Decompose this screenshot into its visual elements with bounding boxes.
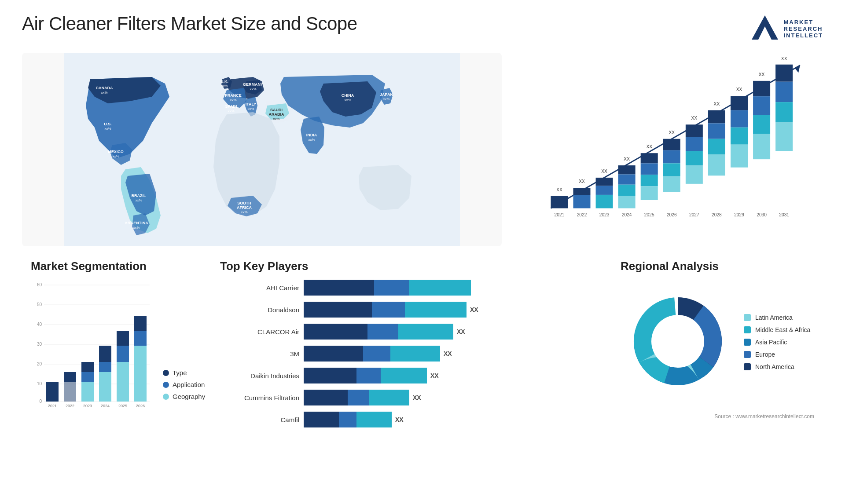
svg-rect-74 <box>708 139 725 154</box>
player-bar-ahi <box>304 280 590 296</box>
dot-middle-east <box>744 326 751 333</box>
svg-rect-93 <box>775 123 793 151</box>
svg-point-131 <box>651 315 704 368</box>
segmentation-chart: 60 50 40 30 20 10 0 <box>31 280 189 413</box>
label-middle-east: Middle East & Africa <box>755 326 810 333</box>
world-map-container: CANADA xx% U.S. xx% MEXICO xx% BRAZIL xx… <box>22 53 502 246</box>
svg-rect-92 <box>775 102 793 122</box>
svg-text:10: 10 <box>37 381 42 386</box>
svg-text:FRANCE: FRANCE <box>225 93 242 98</box>
legend-geography: Geography <box>163 393 205 400</box>
logo-text: MARKET RESEARCH INTELLECT <box>784 19 823 39</box>
svg-rect-75 <box>708 154 725 175</box>
svg-rect-120 <box>99 362 111 372</box>
player-bar-3m: XX <box>304 346 590 362</box>
seg-svg-wrap: 60 50 40 30 20 10 0 <box>31 280 154 413</box>
donut-svg <box>621 280 735 403</box>
svg-text:2023: 2023 <box>599 212 610 217</box>
player-xx-3m: XX <box>444 350 452 357</box>
svg-rect-40 <box>573 195 591 208</box>
segmentation-title: Market Segmentation <box>31 259 189 273</box>
svg-text:xx%: xx% <box>241 210 247 214</box>
svg-rect-117 <box>81 382 94 402</box>
svg-text:2025: 2025 <box>118 404 127 408</box>
regional-title: Regional Analysis <box>621 259 814 273</box>
player-name-donaldson: Donaldson <box>220 306 299 314</box>
svg-rect-112 <box>64 372 76 382</box>
svg-text:CHINA: CHINA <box>342 93 354 98</box>
svg-rect-72 <box>708 110 725 124</box>
svg-text:U.K.: U.K. <box>220 79 228 84</box>
svg-text:2021: 2021 <box>48 404 57 408</box>
player-row-3m: 3M XX <box>220 346 590 362</box>
player-name-ahi: AHI Carrier <box>220 284 299 292</box>
player-bar-clarcor: XX <box>304 324 590 340</box>
player-name-camfil: Camfil <box>220 416 299 424</box>
bottom-section: Market Segmentation 60 50 40 30 20 10 0 <box>22 255 823 484</box>
svg-rect-113 <box>64 382 76 402</box>
svg-text:xx%: xx% <box>344 98 351 102</box>
svg-rect-43 <box>596 178 613 186</box>
player-name-clarcor: CLARCOR Air <box>220 328 299 336</box>
player-row-clarcor: CLARCOR Air XX <box>220 324 590 340</box>
svg-rect-51 <box>618 196 636 208</box>
player-row-ahi: AHI Carrier <box>220 280 590 296</box>
svg-text:xx%: xx% <box>101 91 107 95</box>
legend-europe: Europe <box>744 351 810 358</box>
svg-text:XX: XX <box>669 130 675 135</box>
svg-text:GERMANY: GERMANY <box>243 82 263 87</box>
svg-text:2029: 2029 <box>734 212 744 217</box>
svg-text:XX: XX <box>759 72 765 77</box>
top-section: CANADA xx% U.S. xx% MEXICO xx% BRAZIL xx… <box>22 53 823 246</box>
segmentation-panel: Market Segmentation 60 50 40 30 20 10 0 <box>22 255 198 484</box>
donut-chart-wrap <box>621 280 735 405</box>
svg-rect-80 <box>731 128 748 145</box>
svg-rect-36 <box>551 196 568 208</box>
svg-rect-69 <box>686 165 703 184</box>
svg-rect-84 <box>753 81 770 96</box>
svg-rect-87 <box>753 134 770 160</box>
legend-dot-application <box>163 382 169 388</box>
svg-rect-54 <box>641 153 658 163</box>
svg-text:xx%: xx% <box>247 107 254 111</box>
svg-text:ARGENTINA: ARGENTINA <box>125 221 148 225</box>
svg-text:MEXICO: MEXICO <box>108 150 124 154</box>
legend-latin-america: Latin America <box>744 314 810 321</box>
player-row-cummins: Cummins Filtration XX <box>220 390 590 405</box>
svg-rect-85 <box>753 96 770 115</box>
svg-rect-48 <box>618 165 636 174</box>
player-xx-cummins: XX <box>413 394 421 401</box>
dot-north-america <box>744 363 751 370</box>
legend-middle-east: Middle East & Africa <box>744 326 810 333</box>
legend-dot-geography <box>163 394 169 400</box>
svg-rect-45 <box>596 195 613 208</box>
svg-rect-44 <box>596 186 613 195</box>
svg-text:2031: 2031 <box>779 212 789 217</box>
svg-text:2025: 2025 <box>644 212 654 217</box>
svg-rect-73 <box>708 123 725 139</box>
svg-text:SAUDI: SAUDI <box>270 108 283 112</box>
svg-rect-86 <box>753 115 770 134</box>
dot-asia-pacific <box>744 339 751 346</box>
svg-rect-56 <box>641 175 658 186</box>
svg-rect-81 <box>731 145 748 168</box>
svg-text:30: 30 <box>37 342 42 347</box>
player-bar-camfil: XX <box>304 412 590 427</box>
dot-europe <box>744 351 751 358</box>
svg-text:2030: 2030 <box>757 212 767 217</box>
svg-rect-121 <box>99 372 111 402</box>
svg-text:ARABIA: ARABIA <box>269 112 284 117</box>
svg-rect-49 <box>618 175 636 185</box>
svg-text:2022: 2022 <box>66 404 74 408</box>
legend-north-america: North America <box>744 363 810 370</box>
svg-text:xx%: xx% <box>135 198 142 202</box>
svg-rect-129 <box>134 346 147 402</box>
svg-text:xx%: xx% <box>112 154 119 158</box>
player-name-3m: 3M <box>220 350 299 358</box>
label-north-america: North America <box>755 363 794 370</box>
logo-icon <box>749 13 780 44</box>
svg-text:60: 60 <box>37 282 42 287</box>
svg-text:2028: 2028 <box>712 212 722 217</box>
svg-text:SPAIN: SPAIN <box>225 104 237 109</box>
logo-area: MARKET RESEARCH INTELLECT <box>749 13 823 44</box>
